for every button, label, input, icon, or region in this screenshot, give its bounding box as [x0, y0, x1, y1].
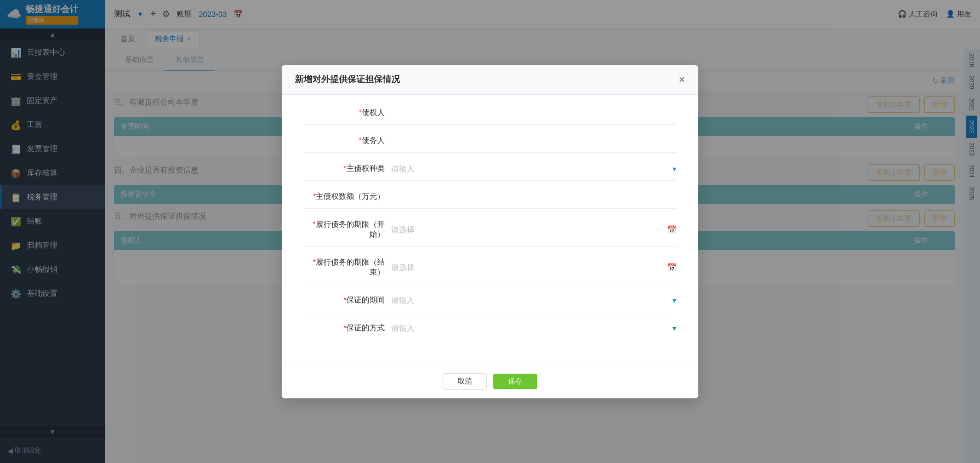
field-guarantee-period: *保证的期间 ▾ — [304, 295, 676, 312]
modal-header: 新增对外提供保证担保情况 × — [282, 65, 698, 95]
guarantee-period-input-wrap[interactable]: ▾ — [391, 296, 676, 305]
cancel-button[interactable]: 取消 — [443, 373, 487, 390]
modal-title: 新增对外提供保证担保情况 — [295, 74, 400, 85]
modal-body: *债权人 *债务人 *主债权种类 — [282, 95, 698, 364]
debt-type-input-wrap[interactable]: ▾ — [391, 164, 676, 173]
creditor-input[interactable] — [391, 108, 676, 117]
add-guarantee-modal: 新增对外提供保证担保情况 × *债权人 *债务人 — [282, 65, 698, 398]
guarantee-method-input-wrap[interactable]: ▾ — [391, 324, 676, 333]
period-start-input[interactable] — [391, 225, 676, 234]
guarantee-method-label: *保证的方式 — [304, 323, 391, 333]
field-guarantee-method: *保证的方式 ▾ — [304, 323, 676, 340]
period-end-label: *履行债务的期限（结束） — [304, 258, 391, 277]
guarantee-period-input[interactable] — [391, 296, 676, 305]
debt-amount-input[interactable] — [391, 192, 676, 201]
field-debt-type: *主债权种类 ▾ — [304, 164, 676, 181]
period-start-input-wrap: 📅 — [391, 225, 676, 234]
creditor-label: *债权人 — [304, 108, 391, 118]
guarantee-method-input[interactable] — [391, 324, 676, 333]
debt-amount-input-wrap — [391, 192, 676, 201]
creditor-input-wrap — [391, 108, 676, 117]
debt-amount-label: *主债权数额（万元） — [304, 192, 391, 202]
field-period-start: *履行债务的期限（开始） 📅 — [304, 220, 676, 247]
modal-overlay: 新增对外提供保证担保情况 × *债权人 *债务人 — [0, 0, 980, 463]
field-debt-amount: *主债权数额（万元） — [304, 192, 676, 209]
period-end-input-wrap: 📅 — [391, 263, 676, 272]
field-creditor: *债权人 — [304, 108, 676, 125]
period-start-label: *履行债务的期限（开始） — [304, 220, 391, 239]
field-period-end: *履行债务的期限（结束） 📅 — [304, 258, 676, 284]
debt-type-input[interactable] — [391, 164, 676, 173]
field-debtor: *债务人 — [304, 136, 676, 153]
debtor-label: *债务人 — [304, 136, 391, 146]
debtor-input[interactable] — [391, 136, 676, 145]
period-end-input[interactable] — [391, 263, 676, 272]
save-button[interactable]: 保存 — [493, 374, 537, 389]
guarantee-period-label: *保证的期间 — [304, 295, 391, 305]
modal-footer: 取消 保存 — [282, 364, 698, 398]
modal-close-button[interactable]: × — [679, 74, 685, 85]
debt-type-label: *主债权种类 — [304, 164, 391, 174]
debtor-input-wrap — [391, 136, 676, 145]
